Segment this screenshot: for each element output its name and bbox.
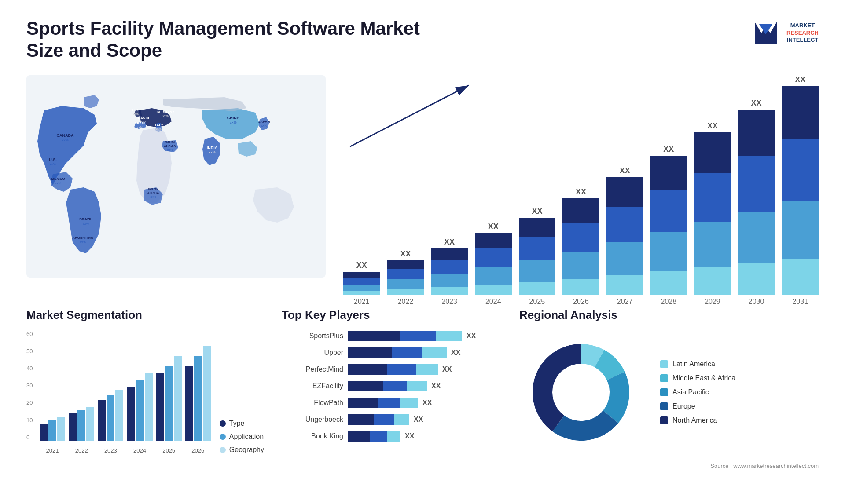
world-map: CANADA xx% U.S. xx% MEXICO xx% BRAZIL xx… [26,75,326,278]
seg-bar-item [107,395,114,441]
svg-text:SPAIN: SPAIN [135,121,145,125]
player-row: SportsPlusXX [282,331,493,341]
player-bar-seg [348,331,400,341]
seg-bar-item [40,424,48,440]
donut-legend-label: Latin America [672,360,715,368]
player-bar-seg [392,347,422,358]
bar-segment [650,156,687,190]
seg-bar-group-4 [156,356,182,441]
donut-chart [519,331,643,454]
player-row: FlowPathXX [282,398,493,408]
seg-bar-item [174,356,182,441]
bar-segment [782,139,819,201]
svg-line-36 [350,85,469,147]
bar-segment [475,267,512,285]
bar-segment [650,190,687,232]
svg-text:BRAZIL: BRAZIL [79,217,92,221]
trend-line [343,84,475,150]
seg-bar-item [115,390,123,441]
player-name: EZFacility [282,382,343,390]
player-bar [348,398,418,408]
bar-group-2028: XX [650,145,687,295]
map-section: CANADA xx% U.S. xx% MEXICO xx% BRAZIL xx… [26,75,326,295]
seg-bars: 0102030405060 202120222023202420252026 [26,331,211,454]
seg-legend: TypeApplicationGeography [220,420,264,454]
svg-text:xx%: xx% [230,121,236,124]
svg-text:xx%: xx% [261,124,267,127]
bar-group-2026: XX [562,187,599,295]
bar-segment [694,222,731,267]
player-bar-seg [387,364,416,375]
bar-segment [343,278,380,285]
source-text: Source : www.marketresearchintellect.com [519,463,819,469]
legend-item-geo: Geography [220,446,264,454]
bar-segment [562,279,599,295]
bar-group-2029: XX [694,121,731,295]
bar-segment [387,260,424,269]
player-bar-container: XX [348,381,493,391]
player-bar [348,414,409,425]
player-bar [348,381,427,391]
player-bar-container: XX [348,414,493,425]
bar-segment [694,173,731,222]
player-bar-container: XX [348,347,493,358]
players-section: Top Key Players SportsPlusXXUpperXXPerfe… [264,308,511,469]
bar-segment [519,260,556,282]
player-bar-seg [416,364,438,375]
seg-bar-item [185,366,193,441]
seg-x-labels: 202120222023202420252026 [40,447,211,454]
bar-segment [519,282,556,295]
bar-group-2022: XX [387,249,424,295]
bar-segment [562,252,599,279]
player-row: UpperXX [282,347,493,358]
world-map-svg: CANADA xx% U.S. xx% MEXICO xx% BRAZIL xx… [26,75,326,278]
svg-text:xx%: xx% [162,114,168,117]
bar-segment [650,271,687,295]
seg-x-label: 2023 [98,447,123,454]
player-bar-container: XX [348,364,493,375]
bar-group-2027: XX [606,166,643,295]
player-bar-seg [422,347,447,358]
bar-segment [606,177,643,207]
svg-text:ARABIA: ARABIA [164,144,176,147]
bar-segment [606,275,643,295]
seg-y-label: 40 [26,365,33,372]
donut-center [553,365,609,420]
bar-segment [519,218,556,237]
svg-text:xx%: xx% [49,162,56,166]
player-row: PerfectMindXX [282,364,493,375]
bar-group-2023: XX [431,237,468,295]
player-bar-seg [348,364,387,375]
player-bar-seg [436,331,462,341]
logo-icon [750,18,781,48]
logo-text: MARKET RESEARCH INTELLECT [786,22,819,44]
seg-x-label: 2021 [40,447,65,454]
svg-text:FRANCE: FRANCE [136,116,151,120]
seg-bar-group-5 [185,346,211,441]
svg-text:CHINA: CHINA [227,116,240,120]
seg-x-label: 2026 [185,447,211,454]
legend-label: Type [229,420,245,427]
player-bar-label: XX [422,399,432,407]
donut-container: Latin AmericaMiddle East & AfricaAsia Pa… [519,331,819,454]
bar-segment [694,267,731,295]
bar-top-label-2023: XX [444,237,455,247]
player-row: UngerboeckXX [282,414,493,425]
player-bar-container: XX [348,431,493,442]
seg-chart-area: 0102030405060 202120222023202420252026 T… [26,331,264,454]
bar-segment [738,263,775,295]
player-name: SportsPlus [282,332,343,340]
bar-x-label-2030: 2030 [738,298,775,306]
seg-x-label: 2025 [156,447,182,454]
svg-text:SAUDI: SAUDI [165,141,175,144]
player-bar-label: XX [451,349,460,357]
svg-text:ITALY: ITALY [154,123,163,127]
bar-top-label-2027: XX [620,166,630,175]
player-bar-label: XX [442,365,452,373]
bar-segment [475,248,512,267]
seg-x-label: 2022 [69,447,94,454]
bar-segment [343,272,380,278]
bar-segment [431,248,468,260]
bar-x-label-2024: 2024 [475,298,512,306]
legend-label: Application [229,433,264,441]
